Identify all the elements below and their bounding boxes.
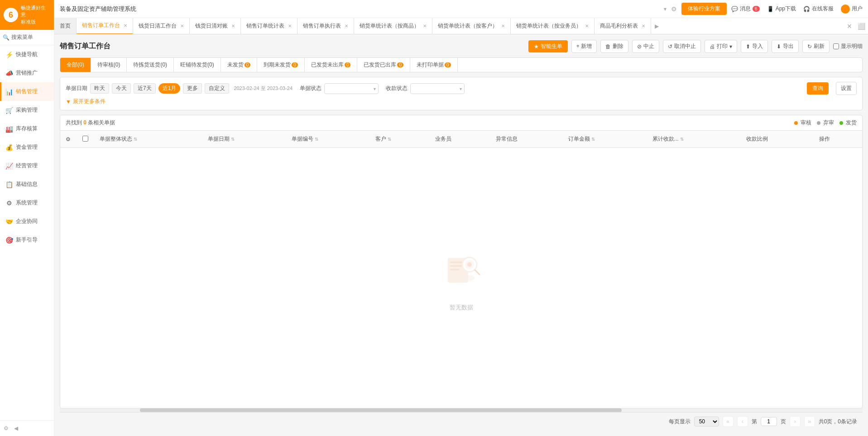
- tabbar-more-btn[interactable]: ▶: [651, 18, 662, 34]
- sidebar-item-purchase[interactable]: 🛒 采购管理: [0, 101, 54, 119]
- subtab-pending-inspect[interactable]: 待拣货送货(0): [127, 58, 174, 72]
- first-page-btn[interactable]: «: [723, 416, 734, 427]
- sort-status[interactable]: ⇅: [134, 137, 137, 142]
- tab-close-sales-summary-product[interactable]: ✕: [423, 24, 427, 28]
- tab-cash-daily[interactable]: 钱货日清工作台 ✕: [133, 18, 190, 34]
- tab-close-product-margin[interactable]: ✕: [642, 24, 645, 28]
- review-action-btn[interactable]: 审核: [794, 119, 811, 127]
- tab-sales-order[interactable]: 销售订单工作台 ✕: [77, 18, 133, 34]
- prev-page-btn[interactable]: ‹: [737, 416, 748, 427]
- tab-sales-summary-staff[interactable]: 销货单统计表（按业务员） ✕: [511, 18, 595, 34]
- tab-close-sales-summary-customer[interactable]: ✕: [501, 24, 505, 28]
- sidebar-settings-icon[interactable]: ⚙: [4, 425, 9, 431]
- date-more[interactable]: 更多: [183, 83, 202, 94]
- sort-date[interactable]: ⇅: [231, 137, 235, 142]
- sidebar-item-inventory[interactable]: 🏭 库存核算: [0, 119, 54, 138]
- content-header: 销售订单工作台 ★ 智能生单 + 新增 🗑 删除 ⊘ 中止 ↺ 取消中止: [60, 40, 863, 53]
- new-btn[interactable]: + 新增: [571, 40, 597, 53]
- date-custom[interactable]: 自定义: [205, 83, 229, 94]
- sidebar-item-sales[interactable]: 📊 销售管理: [0, 82, 54, 101]
- experience-btn[interactable]: 体验行业方案: [681, 3, 727, 15]
- query-btn[interactable]: 查询: [807, 82, 829, 95]
- payment-select[interactable]: [410, 83, 465, 94]
- subtab-pending-review[interactable]: 待审核(0): [91, 58, 127, 72]
- last-page-btn[interactable]: »: [804, 416, 815, 427]
- subtab-overdue-ship[interactable]: 到期未发货0: [257, 58, 305, 72]
- online-service-item[interactable]: 🎧 在线客服: [803, 5, 834, 13]
- show-detail-checkbox[interactable]: [833, 43, 839, 49]
- ship-action-btn[interactable]: 发货: [839, 119, 857, 127]
- message-item[interactable]: 💬 消息 6: [731, 5, 760, 13]
- sidebar-item-marketing[interactable]: 📣 营销推广: [0, 64, 54, 82]
- cancel-suspend-btn[interactable]: ↺ 取消中止: [663, 40, 701, 53]
- date-today[interactable]: 今天: [112, 83, 131, 94]
- topbar-dropdown-arrow[interactable]: ▾: [664, 6, 667, 12]
- settings-btn[interactable]: 设置: [836, 82, 857, 95]
- topbar-settings-icon[interactable]: ⚙: [671, 5, 677, 13]
- subtab-wangpu-pending[interactable]: 旺铺待发货(0): [174, 58, 221, 72]
- subtab-not-shipped[interactable]: 未发货0: [221, 58, 258, 72]
- cancel-suspend-icon: ↺: [668, 43, 672, 50]
- scrollbar-thumb[interactable]: [140, 408, 622, 412]
- tab-home[interactable]: 首页: [54, 18, 77, 34]
- tab-product-margin[interactable]: 商品毛利分析表 ✕: [595, 18, 651, 34]
- refresh-btn[interactable]: ↻ 刷新: [802, 40, 830, 53]
- sidebar-search[interactable]: 🔍 搜索菜单: [0, 30, 54, 45]
- cancel-review-action-btn[interactable]: 弃审: [817, 119, 834, 127]
- tab-close-sales-summary-staff[interactable]: ✕: [585, 24, 589, 28]
- subtab-shipped-not-out[interactable]: 已发货未出库0: [305, 58, 358, 72]
- tab-close-sales-order[interactable]: ✕: [124, 23, 127, 28]
- tab-close-sales-stat[interactable]: ✕: [288, 24, 292, 28]
- review-dot: [794, 121, 798, 125]
- user-item[interactable]: 用户: [841, 5, 863, 14]
- tabbar-actions: ✕ ⬜: [844, 18, 868, 34]
- subtab-not-printed[interactable]: 未打印单据0: [410, 58, 458, 72]
- sidebar-item-finance[interactable]: 💰 资金管理: [0, 138, 54, 156]
- tabbar-close-all-btn[interactable]: ✕: [844, 18, 855, 34]
- tab-sales-exec[interactable]: 销售订单执行表 ✕: [297, 18, 354, 34]
- tab-close-cash-daily[interactable]: ✕: [180, 24, 184, 28]
- sidebar-item-quick-nav[interactable]: ⚡ 快捷导航: [0, 45, 54, 64]
- next-page-btn[interactable]: ›: [790, 416, 801, 427]
- tab-sales-stat[interactable]: 销售订单统计表 ✕: [241, 18, 297, 34]
- page-input[interactable]: [761, 417, 777, 426]
- export-btn[interactable]: ⬇ 导出: [772, 40, 799, 53]
- sidebar-item-system[interactable]: ⚙ 系统管理: [0, 194, 54, 212]
- subtab-shipped-out[interactable]: 已发货已出库0: [357, 58, 410, 72]
- col-checkbox[interactable]: [76, 131, 94, 148]
- sidebar-collapse-icon[interactable]: ◀: [14, 425, 18, 431]
- delete-btn[interactable]: 🗑 删除: [600, 40, 628, 53]
- tab-cash-reconcile[interactable]: 钱货日清对账 ✕: [190, 18, 241, 34]
- show-detail-toggle[interactable]: 显示明细: [833, 43, 863, 50]
- tabbar-maximize-btn[interactable]: ⬜: [855, 18, 868, 34]
- tab-close-sales-exec[interactable]: ✕: [345, 24, 348, 28]
- sort-customer[interactable]: ⇅: [388, 137, 391, 142]
- sidebar-item-operations[interactable]: 📈 经营管理: [0, 156, 54, 175]
- app-download-item[interactable]: 📱 App下载: [767, 5, 796, 13]
- date-range: 2023-02-24 至 2023-03-24: [234, 85, 293, 92]
- tab-sales-summary-customer[interactable]: 销货单统计表（按客户） ✕: [432, 18, 511, 34]
- smart-create-btn[interactable]: ★ 智能生单: [528, 40, 568, 52]
- date-yesterday[interactable]: 昨天: [90, 83, 109, 94]
- sidebar-item-guide[interactable]: 🎯 新手引导: [0, 231, 54, 249]
- suspend-btn[interactable]: ⊘ 中止: [632, 40, 659, 53]
- select-all-checkbox[interactable]: [82, 136, 88, 142]
- page-size-select[interactable]: 10 20 50 100: [694, 417, 719, 427]
- import-btn[interactable]: ⬆ 导入: [741, 40, 768, 53]
- sort-amount[interactable]: ⇅: [591, 137, 595, 142]
- sidebar-item-enterprise[interactable]: 🤝 企业协同: [0, 212, 54, 231]
- sort-number[interactable]: ⇅: [315, 137, 318, 142]
- sidebar-item-base[interactable]: 📋 基础信息: [0, 175, 54, 194]
- sort-collected[interactable]: ⇅: [680, 137, 684, 142]
- date-last7[interactable]: 近7天: [134, 83, 156, 94]
- tab-sales-summary-product[interactable]: 销货单统计表（按商品） ✕: [354, 18, 432, 34]
- expand-conditions-btn[interactable]: ▼ 展开更多条件: [66, 98, 857, 105]
- status-select-wrap: [324, 83, 379, 94]
- col-settings[interactable]: ⚙: [60, 131, 76, 148]
- tab-close-cash-reconcile[interactable]: ✕: [231, 24, 235, 28]
- print-btn[interactable]: 🖨 打印 ▾: [705, 40, 737, 53]
- date-last1m[interactable]: 近1月: [158, 83, 181, 94]
- status-select[interactable]: [324, 83, 379, 94]
- horizontal-scrollbar[interactable]: [60, 408, 863, 412]
- subtab-all[interactable]: 全部(0): [60, 58, 91, 72]
